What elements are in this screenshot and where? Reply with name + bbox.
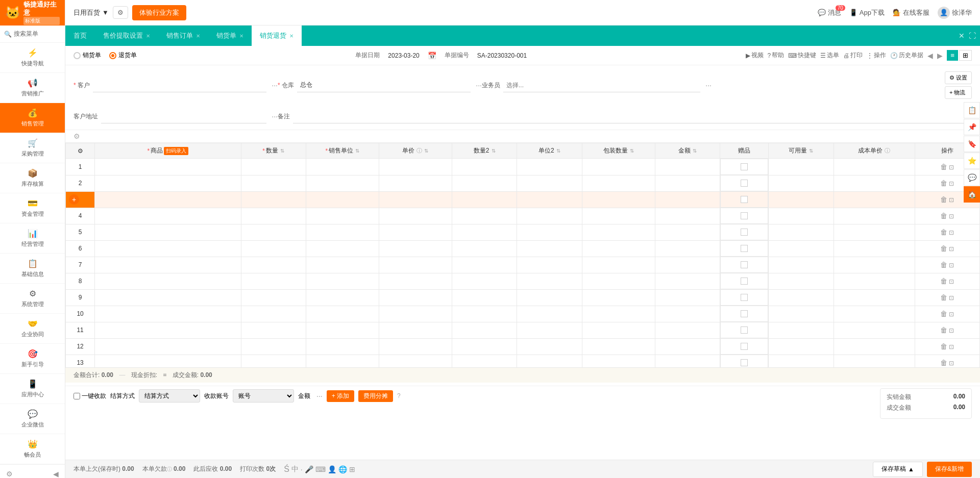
input-icon6[interactable]: 🌐 <box>338 465 347 473</box>
cell-cost-6[interactable] <box>834 240 915 257</box>
cell-cost-1[interactable] <box>834 159 915 175</box>
cell-packqty-12[interactable] <box>582 338 655 355</box>
cell-qty-5[interactable] <box>241 224 306 240</box>
delete-row-btn-13[interactable]: 🗑 <box>940 359 947 367</box>
cell-price-10[interactable] <box>379 306 452 322</box>
cell-qty-9[interactable] <box>241 289 306 306</box>
price-info-icon[interactable]: ⓘ <box>416 147 422 155</box>
sidebar-item-finance[interactable]: 💳 资金管理 <box>0 193 65 223</box>
cell-gift-11[interactable] <box>720 322 768 338</box>
cell-unit-3[interactable] <box>306 191 379 208</box>
float-btn-note[interactable]: 📋 <box>964 102 980 118</box>
cell-price-12[interactable] <box>379 338 452 355</box>
sidebar-item-app-center[interactable]: 📱 应用中心 <box>0 374 65 404</box>
cell-available-11[interactable] <box>769 322 834 338</box>
cell-amount-9[interactable] <box>655 289 720 306</box>
warehouse-input[interactable] <box>297 78 471 92</box>
cell-gift-6[interactable] <box>720 240 768 257</box>
sougou-icon[interactable]: Ś <box>284 465 289 474</box>
action-history[interactable]: 🕐 历史单据 <box>890 51 923 60</box>
cell-product-4[interactable] <box>95 208 241 224</box>
delete-row-btn-1[interactable]: 🗑 <box>940 163 947 171</box>
float-btn-star[interactable]: ⭐ <box>964 153 980 169</box>
amount-dots[interactable]: ··· <box>316 392 323 400</box>
cell-price-3[interactable] <box>379 191 452 208</box>
copy-row-btn-8[interactable]: ⊡ <box>949 278 954 285</box>
cell-product-5[interactable] <box>95 224 241 240</box>
cell-cost-8[interactable] <box>834 273 915 289</box>
sidebar-item-basic-info[interactable]: 📋 基础信息 <box>0 254 65 284</box>
cell-unit2-1[interactable] <box>517 159 582 175</box>
input-icon4[interactable]: ⌨ <box>315 465 326 473</box>
cell-unit2-12[interactable] <box>517 338 582 355</box>
radio-return[interactable]: 退货单 <box>109 51 137 60</box>
cell-amount-12[interactable] <box>655 338 720 355</box>
cell-amount-8[interactable] <box>655 273 720 289</box>
cell-unit2-5[interactable] <box>517 224 582 240</box>
address-dots[interactable]: ··· <box>272 112 278 120</box>
cell-cost-4[interactable] <box>834 208 915 224</box>
salesperson-dots[interactable]: ··· <box>705 81 712 89</box>
list-view-btn[interactable]: ≡ <box>947 50 958 61</box>
cell-gift-2[interactable] <box>720 175 768 191</box>
tab-delivery-close-icon[interactable]: ✕ <box>239 33 243 39</box>
cell-price-6[interactable] <box>379 240 452 257</box>
cell-unit2-13[interactable] <box>517 355 582 367</box>
sidebar-item-vip[interactable]: 👑 畅会员 <box>0 434 65 464</box>
cell-packqty-7[interactable] <box>582 257 655 273</box>
cell-product-7[interactable] <box>95 257 241 273</box>
cell-packqty-5[interactable] <box>582 224 655 240</box>
cell-price-2[interactable] <box>379 175 452 191</box>
price-sort-icon[interactable]: ⇅ <box>424 148 428 154</box>
copy-row-btn-13[interactable]: ⊡ <box>949 360 954 367</box>
input-icon7[interactable]: ⊞ <box>349 465 355 473</box>
gift-checkbox-13[interactable] <box>741 359 748 366</box>
cell-available-10[interactable] <box>769 306 834 322</box>
product-input-3[interactable] <box>98 196 237 204</box>
action-video[interactable]: ▶ 视频 <box>746 51 764 60</box>
cell-unit-6[interactable] <box>306 240 379 257</box>
cell-unit2-8[interactable] <box>517 273 582 289</box>
float-btn-bookmark[interactable]: 🔖 <box>964 136 980 152</box>
cell-cost-7[interactable] <box>834 257 915 273</box>
cell-price-5[interactable] <box>379 224 452 240</box>
cell-product-6[interactable] <box>95 240 241 257</box>
cell-gift-3[interactable] <box>720 191 768 208</box>
grid-view-btn[interactable]: ⊞ <box>959 50 972 61</box>
cell-unit-11[interactable] <box>306 322 379 338</box>
cell-unit2-9[interactable] <box>517 289 582 306</box>
cell-unit-10[interactable] <box>306 306 379 322</box>
sidebar-item-purchase[interactable]: 🛒 采购管理 <box>0 133 65 163</box>
cell-qty2-3[interactable] <box>452 191 517 208</box>
delete-row-btn-7[interactable]: 🗑 <box>940 261 947 269</box>
cell-product-9[interactable] <box>95 289 241 306</box>
delete-row-btn-3[interactable]: 🗑 <box>940 195 947 204</box>
cell-qty2-9[interactable] <box>452 289 517 306</box>
tab-return-close-icon[interactable]: ✕ <box>289 33 293 39</box>
cell-qty2-13[interactable] <box>452 355 517 367</box>
cell-unit-4[interactable] <box>306 208 379 224</box>
delete-row-btn-6[interactable]: 🗑 <box>940 244 947 253</box>
cell-gift-4[interactable] <box>720 208 768 224</box>
tab-home[interactable]: 首页 <box>65 26 95 46</box>
cell-product-10[interactable] <box>95 306 241 322</box>
cell-cost-11[interactable] <box>834 322 915 338</box>
address-input[interactable] <box>101 109 266 123</box>
copy-row-btn-11[interactable]: ⊡ <box>949 327 954 334</box>
cell-packqty-2[interactable] <box>582 175 655 191</box>
cell-amount-2[interactable] <box>655 175 720 191</box>
input-icon2[interactable]: · <box>301 465 303 473</box>
tab-maximize-btn[interactable]: ⛶ <box>969 32 976 40</box>
cell-qty2-5[interactable] <box>452 224 517 240</box>
cell-price-1[interactable] <box>379 159 452 175</box>
cell-available-4[interactable] <box>769 208 834 224</box>
sidebar-item-guide[interactable]: 🎯 新手引导 <box>0 344 65 374</box>
cell-gift-9[interactable] <box>720 289 768 306</box>
cell-cost-9[interactable] <box>834 289 915 306</box>
copy-row-btn-12[interactable]: ⊡ <box>949 343 954 350</box>
radio-sales[interactable]: 销货单 <box>74 51 101 60</box>
copy-row-btn-4[interactable]: ⊡ <box>949 213 954 220</box>
cell-available-2[interactable] <box>769 175 834 191</box>
save-new-btn[interactable]: 保存&新增 <box>927 462 972 477</box>
nav-settings-btn[interactable]: ⚙ <box>113 6 128 19</box>
